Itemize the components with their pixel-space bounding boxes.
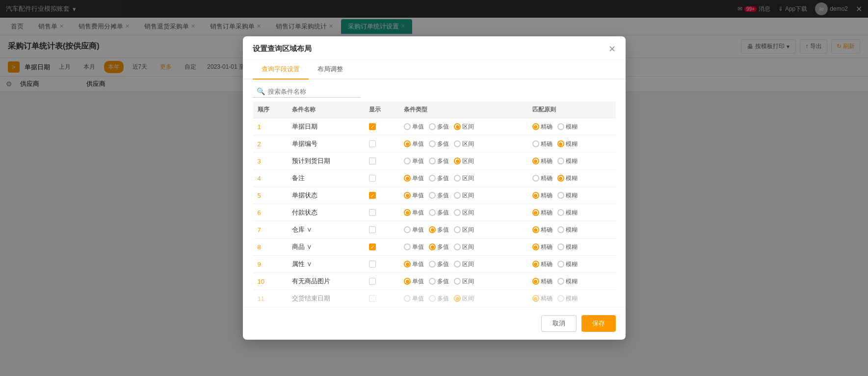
modal-tab-layout[interactable]: 布局调整 — [309, 60, 352, 80]
modal-tab-query-fields-label: 查询字段设置 — [262, 65, 300, 73]
modal-title: 设置查询区域布局 — [253, 44, 312, 54]
modal-tab-query-fields[interactable]: 查询字段设置 — [253, 60, 309, 80]
search-icon: 🔍 — [257, 87, 265, 92]
modal-tab-layout-label: 布局调整 — [317, 65, 343, 73]
modal-search-area: 🔍 — [243, 80, 626, 92]
settings-modal: 设置查询区域布局 ✕ 查询字段设置 布局调整 🔍 顺序 — [243, 36, 626, 92]
search-box: 🔍 — [253, 85, 361, 92]
modal-header: 设置查询区域布局 ✕ — [243, 36, 626, 60]
modal-tabs: 查询字段设置 布局调整 — [243, 60, 626, 80]
search-input[interactable] — [268, 88, 357, 92]
modal-overlay: 设置查询区域布局 ✕ 查询字段设置 布局调整 🔍 顺序 — [0, 0, 868, 92]
modal-close-button[interactable]: ✕ — [608, 45, 616, 54]
